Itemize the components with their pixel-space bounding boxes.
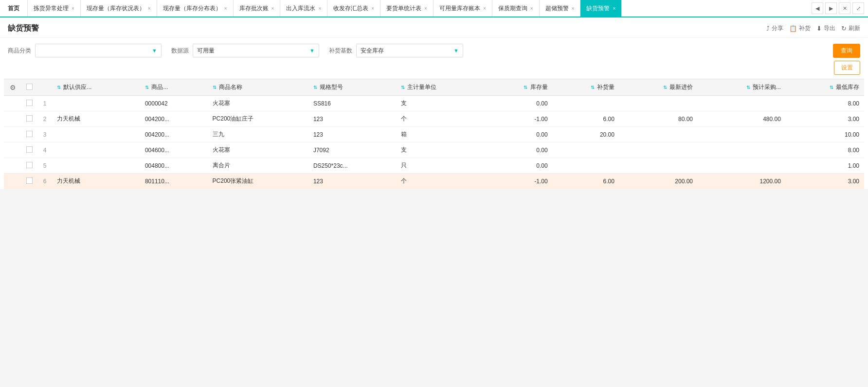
table-row[interactable]: 1 0000042 火花塞 SS816 支 0.00 8.00 [4, 96, 864, 111]
table-row[interactable]: 2 力天机械 004200... PC200油缸庄子 123 个 -1.00 6… [4, 111, 864, 127]
datasource-select[interactable]: 可用量 ▼ [193, 44, 319, 57]
tab-abnormal[interactable]: 拣货异常处理 × [28, 0, 81, 17]
row-num: 1 [37, 96, 52, 111]
tab-inventory-status[interactable]: 现存量（库存状况表） × [81, 0, 157, 17]
replenish-button[interactable]: 📋 补货 [789, 24, 811, 33]
settings-button[interactable]: 设置 [834, 61, 860, 75]
close-tab-available-ledger[interactable]: × [483, 6, 486, 11]
row-checkbox[interactable] [26, 115, 33, 122]
row-checkbox[interactable] [26, 131, 33, 137]
row-unit: 支 [396, 96, 486, 111]
shortage-table: ⚙ ⇅ 默认供应... ⇅ 商品... ⇅ [4, 79, 864, 189]
row-product-code: 004600... [140, 142, 208, 158]
category-select[interactable]: ▼ [35, 44, 162, 57]
row-min-stock: 3.00 [786, 111, 864, 127]
tab-batch-account[interactable]: 库存批次账 × [234, 0, 281, 17]
close-tab-batch-account[interactable]: × [271, 6, 274, 11]
column-supplier[interactable]: ⇅ 默认供应... [52, 79, 140, 96]
sort-price-icon: ⇅ [663, 85, 667, 90]
row-product-name: 火花塞 [208, 96, 308, 111]
sort-spec-icon: ⇅ [313, 85, 317, 90]
row-checkbox-cell [21, 127, 37, 142]
table-row[interactable]: 6 力天机械 801110... PC200张紧油缸 123 个 -1.00 6… [4, 174, 864, 189]
row-product-name: 火花塞 [208, 142, 308, 158]
close-tab-demand-stats[interactable]: × [424, 6, 427, 11]
tab-demand-stats[interactable]: 要货单统计表 × [380, 0, 434, 17]
tab-overstock[interactable]: 超储预警 × [540, 0, 581, 17]
row-product-code: 004200... [140, 127, 208, 142]
select-all-checkbox[interactable] [26, 84, 33, 90]
datasource-value: 可用量 [197, 47, 215, 55]
datasource-label: 数据源 [171, 47, 189, 55]
row-checkbox[interactable] [26, 177, 33, 184]
tab-receipt-summary[interactable]: 收发存汇总表 × [327, 0, 380, 17]
column-latest-price[interactable]: ⇅ 最新进价 [619, 79, 698, 96]
tab-controls: ◀ ▶ ✕ ⤢ [808, 2, 868, 14]
tab-inventory-dist[interactable]: 现存量（库存分布表） × [157, 0, 234, 17]
row-replenish-qty [553, 96, 619, 111]
refresh-button[interactable]: ↻ 刷新 [841, 24, 860, 33]
share-button[interactable]: ⤴ 分享 [766, 24, 783, 33]
column-replenish-qty[interactable]: ⇅ 补货量 [553, 79, 619, 96]
tab-prev-button[interactable]: ◀ [812, 2, 823, 14]
row-supplier [52, 158, 140, 174]
tab-next-button[interactable]: ▶ [825, 2, 837, 14]
row-settings-cell [4, 111, 21, 127]
row-latest-price [619, 142, 698, 158]
row-latest-price [619, 127, 698, 142]
row-product-name: 三九 [208, 127, 308, 142]
column-settings[interactable]: ⚙ [4, 79, 21, 96]
row-checkbox[interactable] [26, 146, 33, 153]
row-settings-cell [4, 142, 21, 158]
sort-supplier-icon: ⇅ [57, 85, 61, 90]
replenish-caret-icon: ▼ [453, 48, 459, 53]
column-product-code[interactable]: ⇅ 商品... [140, 79, 208, 96]
export-button[interactable]: ⬇ 导出 [816, 24, 835, 33]
table-row[interactable]: 5 004800... 离合片 DS250*23c... 只 0.00 1.00 [4, 158, 864, 174]
row-checkbox[interactable] [26, 162, 33, 168]
close-tab-inout-flow[interactable]: × [318, 6, 321, 11]
row-stock: -1.00 [486, 111, 552, 127]
category-label: 商品分类 [8, 47, 31, 55]
column-spec[interactable]: ⇅ 规格型号 [308, 79, 396, 96]
row-checkbox[interactable] [26, 100, 33, 106]
column-unit[interactable]: ⇅ 主计量单位 [396, 79, 486, 96]
row-checkbox-cell [21, 174, 37, 189]
tab-shortage[interactable]: 缺货预警 × [580, 0, 622, 17]
row-num: 4 [37, 142, 52, 158]
row-unit: 支 [396, 142, 486, 158]
export-icon: ⬇ [816, 25, 822, 32]
close-tab-expiry-query[interactable]: × [530, 6, 533, 11]
column-est-purchase[interactable]: ⇅ 预计采购... [698, 79, 786, 96]
filter-category: 商品分类 ▼ [8, 44, 162, 57]
row-product-code: 004800... [140, 158, 208, 174]
column-min-stock[interactable]: ⇅ 最低库存 [786, 79, 864, 96]
table-row[interactable]: 4 004600... 火花塞 J7092 支 0.00 8.00 [4, 142, 864, 158]
tab-expiry-query[interactable]: 保质期查询 × [492, 0, 540, 17]
column-stock[interactable]: ⇅ 库存量 [486, 79, 552, 96]
row-spec: DS250*23c... [308, 158, 396, 174]
close-tab-overstock[interactable]: × [572, 6, 575, 11]
query-button[interactable]: 查询 [833, 44, 860, 58]
settings-gear-icon[interactable]: ⚙ [10, 84, 16, 91]
table-row[interactable]: 3 004200... 三九 123 箱 0.00 20.00 10.00 [4, 127, 864, 142]
column-product-name[interactable]: ⇅ 商品名称 [208, 79, 308, 96]
close-tab-inventory-status[interactable]: × [148, 6, 151, 11]
row-min-stock: 1.00 [786, 158, 864, 174]
tab-close-all-button[interactable]: ✕ [839, 2, 850, 14]
close-tab-receipt-summary[interactable]: × [371, 6, 374, 11]
row-stock: 0.00 [486, 142, 552, 158]
row-settings-cell [4, 174, 21, 189]
row-checkbox-cell [21, 111, 37, 127]
row-stock: 0.00 [486, 96, 552, 111]
close-tab-abnormal[interactable]: × [72, 6, 74, 11]
row-est-purchase [698, 127, 786, 142]
tab-inout-flow[interactable]: 出入库流水 × [280, 0, 327, 17]
tab-available-ledger[interactable]: 可用量库存账本 × [434, 0, 492, 17]
tab-home[interactable]: 首页 [0, 0, 28, 17]
replenish-select[interactable]: 安全库存 ▼ [356, 44, 463, 57]
close-tab-inventory-dist[interactable]: × [224, 6, 227, 11]
row-num: 2 [37, 111, 52, 127]
close-tab-shortage[interactable]: × [613, 6, 615, 11]
tab-expand-button[interactable]: ⤢ [852, 2, 864, 14]
